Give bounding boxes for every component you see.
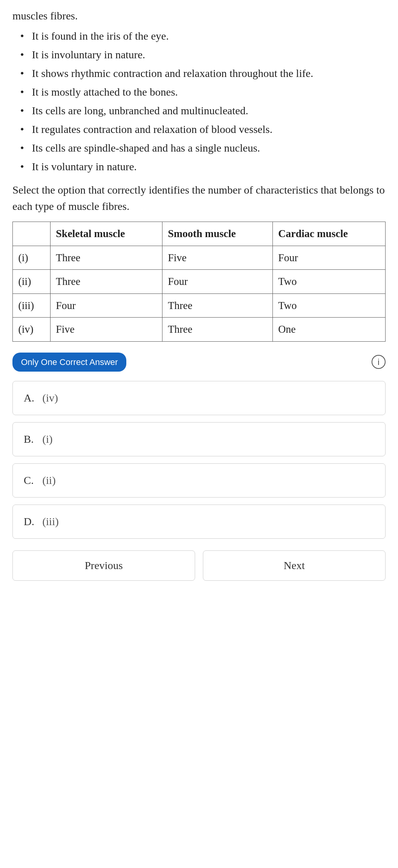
row-label-4: (iv) [13, 318, 51, 342]
nav-buttons: Previous Next [12, 550, 386, 581]
row-skeletal-4: Five [50, 318, 162, 342]
next-button[interactable]: Next [203, 550, 386, 581]
option-b-value: (i) [42, 431, 52, 447]
option-a[interactable]: A. (iv) [12, 381, 386, 415]
table-row: (i) Three Five Four [13, 246, 386, 270]
row-skeletal-2: Three [50, 270, 162, 294]
row-cardiac-3: Two [272, 293, 385, 318]
options-section: A. (iv) B. (i) C. (ii) D. (iii) [12, 381, 386, 539]
option-b[interactable]: B. (i) [12, 422, 386, 456]
bullet-item-1: It is found in the iris of the eye. [20, 28, 386, 44]
info-icon[interactable]: i [372, 355, 386, 369]
option-b-letter: B. [24, 431, 35, 447]
muscles-label: muscles fibres. [12, 8, 386, 24]
bullet-item-5: Its cells are long, unbranched and multi… [20, 103, 386, 119]
bullet-item-6: It regulates contraction and relaxation … [20, 121, 386, 138]
answer-type-badge: Only One Correct Answer [12, 353, 126, 372]
bullet-list: It is found in the iris of the eye. It i… [20, 28, 386, 175]
question-text: Select the option that correctly identif… [12, 182, 386, 215]
row-label-1: (i) [13, 246, 51, 270]
row-cardiac-4: One [272, 318, 385, 342]
row-smooth-3: Three [162, 293, 272, 318]
bullet-item-2: It is involuntary in nature. [20, 47, 386, 63]
table-row: (iii) Four Three Two [13, 293, 386, 318]
bullet-item-4: It is mostly attached to the bones. [20, 84, 386, 100]
row-smooth-2: Four [162, 270, 272, 294]
main-content: muscles fibres. It is found in the iris … [12, 8, 386, 581]
table-row: (ii) Three Four Two [13, 270, 386, 294]
row-label-2: (ii) [13, 270, 51, 294]
previous-button[interactable]: Previous [12, 550, 195, 581]
option-d-value: (iii) [42, 513, 59, 530]
bullet-item-8: It is voluntary in nature. [20, 159, 386, 175]
option-d-letter: D. [24, 513, 35, 530]
row-smooth-4: Three [162, 318, 272, 342]
option-c[interactable]: C. (ii) [12, 463, 386, 498]
row-smooth-1: Five [162, 246, 272, 270]
row-label-3: (iii) [13, 293, 51, 318]
table-header-smooth: Smooth muscle [162, 222, 272, 246]
option-a-value: (iv) [42, 390, 58, 406]
row-skeletal-3: Four [50, 293, 162, 318]
bullet-item-3: It shows rhythmic contraction and relaxa… [20, 65, 386, 82]
option-d[interactable]: D. (iii) [12, 505, 386, 539]
row-cardiac-2: Two [272, 270, 385, 294]
table-header-cardiac: Cardiac muscle [272, 222, 385, 246]
option-c-value: (ii) [42, 472, 56, 489]
row-skeletal-1: Three [50, 246, 162, 270]
table-header-empty [13, 222, 51, 246]
bullet-item-7: Its cells are spindle-shaped and has a s… [20, 140, 386, 156]
muscle-table: Skeletal muscle Smooth muscle Cardiac mu… [12, 222, 386, 342]
option-c-letter: C. [24, 472, 35, 489]
table-row: (iv) Five Three One [13, 318, 386, 342]
option-a-letter: A. [24, 390, 35, 406]
badge-row: Only One Correct Answer i [12, 353, 386, 372]
table-header-skeletal: Skeletal muscle [50, 222, 162, 246]
row-cardiac-1: Four [272, 246, 385, 270]
